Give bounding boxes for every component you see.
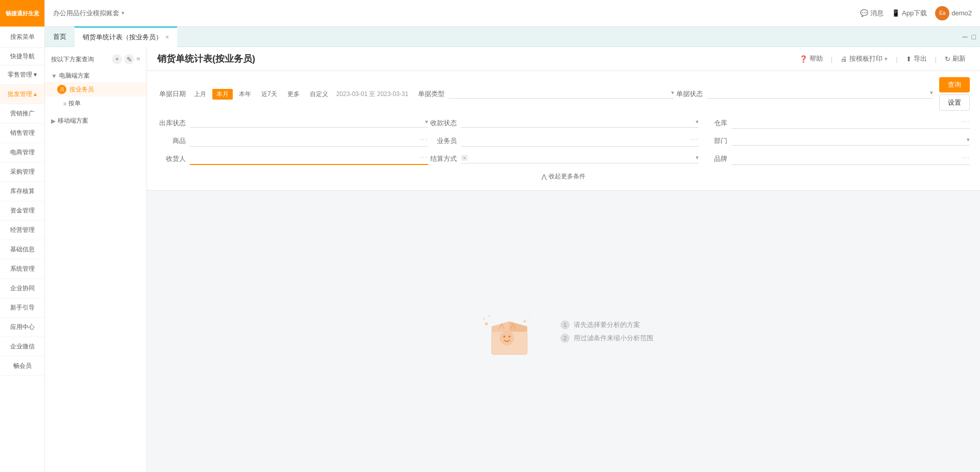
- sidebar-item-finance[interactable]: 资金管理: [0, 201, 44, 221]
- left-panel-header: 按以下方案查询 + ✎ «: [45, 51, 146, 67]
- help-btn[interactable]: ❓ 帮助: [795, 52, 827, 65]
- app-download-label: App下载: [902, 9, 927, 18]
- payment-status-select[interactable]: ▾: [461, 119, 699, 128]
- date-tabs-container: 上月 本月 本年 近7天 更多 自定义 2023-03-01 至 2023-03…: [190, 89, 416, 100]
- salesperson-label: 业务员: [428, 136, 457, 146]
- brand-dots-btn[interactable]: ···: [962, 153, 970, 162]
- settlement-tag-close[interactable]: ×: [463, 155, 466, 161]
- empty-state: 1 请先选择要分析的方案 2 用过滤条件来缩小分析范围: [474, 303, 653, 360]
- warehouse-filter-cell: 仓库 ···: [699, 117, 970, 129]
- topbar-left: 办公用品行业模拟账套 ▾: [53, 9, 125, 18]
- brand-label: 品牌: [699, 154, 727, 163]
- consignee-dots-btn[interactable]: ···: [420, 153, 428, 162]
- message-icon: 💬: [860, 9, 868, 17]
- doc-status-label: 单据状态: [674, 89, 703, 99]
- out-status-select[interactable]: ▾: [190, 119, 428, 128]
- doc-type-filter-cell: 单据类型 ▾: [416, 89, 675, 99]
- template-print-label: 按模板打印: [849, 54, 883, 63]
- goods-dots-btn[interactable]: ···: [420, 135, 428, 144]
- date-tab-more[interactable]: 更多: [283, 89, 304, 100]
- plan-sub-item-label: 按单: [68, 99, 81, 108]
- out-status-filter-cell: 出库状态 ▾: [157, 119, 428, 128]
- salesperson-text-input[interactable]: [461, 136, 691, 144]
- brand-text-input[interactable]: [731, 154, 961, 161]
- workspace-dropdown-icon: ▾: [121, 10, 125, 16]
- doc-type-select[interactable]: ▾: [449, 89, 675, 99]
- sidebar-item-purchase[interactable]: 采购管理: [0, 162, 44, 182]
- tabs-window-controls: ─ □: [963, 33, 980, 41]
- date-range-display: 2023-03-01 至 2023-03-31: [336, 90, 408, 99]
- consignee-label: 收货人: [157, 154, 186, 163]
- content-area: 按以下方案查询 + ✎ « ▼ 电脑端方案 员 按业务员 ≡ 按: [45, 47, 980, 472]
- consignee-text-input[interactable]: [190, 154, 420, 161]
- collapse-more-btn[interactable]: ⋀ 收起更多条件: [157, 169, 970, 184]
- sidebar-item-system[interactable]: 系统管理: [0, 259, 44, 279]
- tip-text-2: 用过滤条件来缩小分析范围: [574, 334, 653, 343]
- page-header: 销货单统计表(按业务员) ❓ 帮助 | 🖨 按模板打印 ▾ | ⬆: [147, 47, 980, 71]
- refresh-btn[interactable]: ↻ 刷新: [941, 52, 970, 65]
- sidebar-item-newbie[interactable]: 新手引导: [0, 298, 44, 318]
- sidebar-item-wholesale[interactable]: 批发管理 ▴: [0, 85, 44, 104]
- settlement-select[interactable]: × ▾: [461, 154, 699, 163]
- warehouse-dots-btn[interactable]: ···: [962, 117, 970, 126]
- left-panel: 按以下方案查询 + ✎ « ▼ 电脑端方案 员 按业务员 ≡ 按: [45, 47, 147, 472]
- salesperson-filter-cell: 业务员 ···: [428, 135, 699, 147]
- sidebar-item-member[interactable]: 畅会员: [0, 357, 44, 376]
- goods-input: ···: [190, 135, 428, 147]
- sidebar-item-appstore[interactable]: 应用中心: [0, 318, 44, 337]
- date-tab-this-year[interactable]: 本年: [235, 89, 255, 100]
- department-label: 部门: [699, 136, 727, 146]
- doc-type-label: 单据类型: [416, 89, 445, 99]
- edit-plan-btn[interactable]: ✎: [124, 54, 134, 64]
- add-plan-btn[interactable]: +: [112, 54, 122, 64]
- page-title: 销货单统计表(按业务员): [157, 53, 255, 65]
- svg-point-5: [503, 336, 505, 338]
- plan-group-desktop-header[interactable]: ▼ 电脑端方案: [45, 69, 146, 82]
- plan-group-mobile-header[interactable]: ▶ 移动端方案: [45, 114, 146, 127]
- app-download-btn[interactable]: 📱 App下载: [892, 9, 927, 18]
- tab-sales-stats[interactable]: 销货单统计表（按业务员） ×: [75, 27, 177, 47]
- sidebar-item-ecommerce[interactable]: 电商管理: [0, 143, 44, 162]
- plan-item-by-salesperson[interactable]: 员 按业务员: [45, 82, 146, 97]
- salesperson-dots-btn[interactable]: ···: [691, 135, 699, 144]
- sidebar-item-operations[interactable]: 经营管理: [0, 221, 44, 240]
- collapse-panel-btn[interactable]: «: [136, 54, 140, 64]
- maximize-window-btn[interactable]: □: [972, 33, 976, 41]
- template-print-btn[interactable]: 🖨 按模板打印 ▾: [837, 52, 892, 65]
- date-tab-custom[interactable]: 自定义: [306, 89, 332, 100]
- doc-status-select[interactable]: ▾: [707, 89, 933, 99]
- date-tab-this-month[interactable]: 本月: [212, 89, 233, 100]
- workspace-selector[interactable]: 办公用品行业模拟账套 ▾: [53, 9, 125, 18]
- minimize-window-btn[interactable]: ─: [963, 33, 968, 41]
- message-label: 消息: [870, 9, 884, 18]
- filter-row-4: 收货人 ··· 结算方式 × ▾: [157, 153, 970, 165]
- sidebar-item-wechat[interactable]: 企业微信: [0, 337, 44, 357]
- warehouse-text-input[interactable]: [731, 118, 961, 126]
- plan-sub-item-by-order[interactable]: ≡ 按单: [45, 97, 146, 110]
- goods-text-input[interactable]: [190, 136, 420, 144]
- department-select[interactable]: ▾: [731, 136, 970, 146]
- message-btn[interactable]: 💬 消息: [860, 9, 884, 18]
- tabs-bar: 首页 销货单统计表（按业务员） × ─ □: [45, 27, 980, 47]
- sidebar-item-retail[interactable]: 零售管理 ▾: [0, 65, 44, 85]
- search-menu-item[interactable]: 搜索菜单: [3, 31, 42, 43]
- sidebar-item-inventory[interactable]: 库存核算: [0, 182, 44, 201]
- brand-filter-cell: 品牌 ···: [699, 153, 970, 165]
- quick-nav-item[interactable]: 快捷导航: [0, 48, 44, 65]
- date-tab-last-month[interactable]: 上月: [190, 89, 210, 100]
- export-btn[interactable]: ⬆ 导出: [902, 52, 931, 65]
- empty-illustration: [474, 303, 540, 360]
- sidebar-item-sales[interactable]: 销售管理: [0, 124, 44, 143]
- settings-btn[interactable]: 设置: [939, 95, 970, 111]
- sidebar-item-marketing[interactable]: 营销推广: [0, 104, 44, 124]
- refresh-icon: ↻: [945, 55, 950, 63]
- user-profile-btn[interactable]: Ea demo2: [935, 6, 972, 20]
- sidebar-item-corp[interactable]: 企业协同: [0, 279, 44, 298]
- tab-home[interactable]: 首页: [45, 27, 75, 47]
- left-panel-actions: + ✎ «: [112, 54, 140, 64]
- tab-close-btn[interactable]: ×: [165, 34, 169, 41]
- sidebar-item-basic[interactable]: 基础信息: [0, 240, 44, 259]
- query-btn[interactable]: 查询: [939, 77, 970, 92]
- date-tab-7days[interactable]: 近7天: [257, 89, 281, 100]
- logo-text: 畅捷通好生意: [6, 10, 39, 17]
